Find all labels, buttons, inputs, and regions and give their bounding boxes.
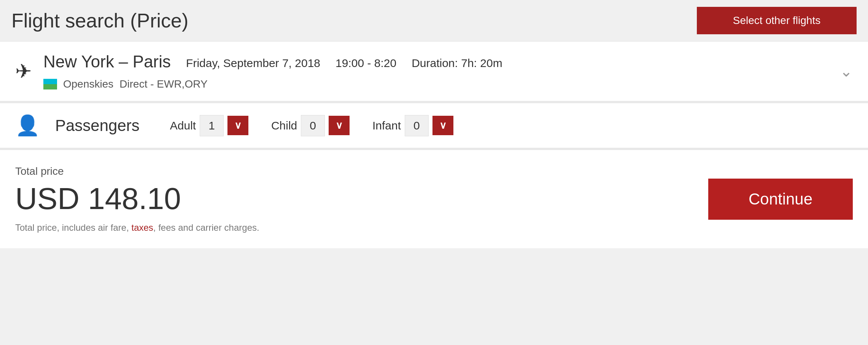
child-label: Child bbox=[271, 119, 297, 132]
flight-section: ✈ New York – Paris Friday, September 7, … bbox=[0, 42, 868, 103]
airline-info: Openskies Direct - EWR,ORY bbox=[43, 78, 853, 90]
page-header: Flight search (Price) Select other fligh… bbox=[0, 0, 868, 42]
airline-logo-icon bbox=[43, 79, 57, 89]
infant-label: Infant bbox=[372, 119, 401, 132]
infant-passenger-group: Infant 0 bbox=[372, 115, 453, 136]
flight-details-row: New York – Paris Friday, September 7, 20… bbox=[43, 52, 853, 74]
child-passenger-group: Child 0 bbox=[271, 115, 350, 136]
price-info: Total price USD 148.10 Total price, incl… bbox=[15, 165, 708, 233]
passengers-section: 👤 Passengers Adult 1 Child 0 Infant 0 bbox=[0, 103, 868, 150]
total-price-label: Total price bbox=[15, 165, 708, 177]
price-note-prefix: Total price, includes air fare, bbox=[15, 222, 131, 233]
passenger-icon: 👤 bbox=[15, 114, 40, 137]
pricing-section: Total price USD 148.10 Total price, incl… bbox=[0, 150, 868, 248]
flight-time: 19:00 - 8:20 bbox=[335, 57, 396, 70]
flight-date: Friday, September 7, 2018 bbox=[186, 57, 320, 70]
flight-info: New York – Paris Friday, September 7, 20… bbox=[43, 52, 853, 90]
infant-dropdown-button[interactable] bbox=[432, 116, 453, 135]
price-note-taxes: taxes bbox=[131, 222, 153, 233]
flight-type: Direct - EWR,ORY bbox=[119, 78, 207, 90]
price-note: Total price, includes air fare, taxes, f… bbox=[15, 222, 708, 233]
flight-duration: Duration: 7h: 20m bbox=[412, 57, 502, 70]
child-dropdown-button[interactable] bbox=[329, 116, 350, 135]
price-note-suffix: , fees and carrier charges. bbox=[153, 222, 259, 233]
price-amount: USD 148.10 bbox=[15, 181, 708, 216]
adult-passenger-group: Adult 1 bbox=[170, 115, 248, 136]
continue-button[interactable]: Continue bbox=[708, 179, 853, 220]
page-title: Flight search (Price) bbox=[11, 9, 188, 32]
adult-label: Adult bbox=[170, 119, 196, 132]
child-count: 0 bbox=[301, 115, 325, 136]
flight-route: New York – Paris bbox=[43, 52, 171, 71]
select-other-flights-button[interactable]: Select other flights bbox=[697, 7, 857, 34]
infant-count: 0 bbox=[405, 115, 429, 136]
adult-count: 1 bbox=[200, 115, 224, 136]
adult-dropdown-button[interactable] bbox=[227, 116, 248, 135]
airline-name: Openskies bbox=[63, 78, 113, 90]
passengers-label: Passengers bbox=[55, 117, 140, 135]
chevron-down-icon[interactable]: ⌄ bbox=[840, 62, 853, 80]
plane-icon: ✈ bbox=[15, 60, 32, 83]
